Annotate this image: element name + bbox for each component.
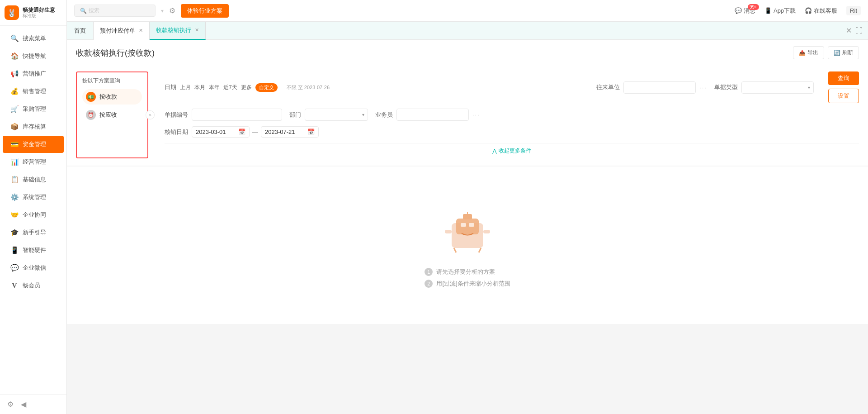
- form-row-1: 日期 上月 本月 本年 近7天 更多 自定义 不限 至 2023-07-26 往…: [165, 71, 859, 103]
- doc-type-dropdown[interactable]: ▾: [741, 81, 814, 94]
- refresh-button[interactable]: 🔄 刷新: [828, 46, 859, 59]
- home-tab-label: 首页: [74, 27, 86, 35]
- svg-line-9: [479, 248, 481, 252]
- staff-label: 业务员: [375, 111, 393, 119]
- svg-rect-7: [483, 230, 490, 233]
- sidebar-item-enterprise-wx[interactable]: 💬 企业微信: [3, 259, 64, 276]
- tab-prepay-close-icon[interactable]: ✕: [139, 28, 143, 33]
- collapse-label: 收起更多条件: [499, 147, 531, 155]
- query-button[interactable]: 查询: [828, 71, 859, 85]
- sidebar-item-finance[interactable]: 💳 资金管理: [3, 136, 64, 153]
- sidebar-item-label: 经营管理: [23, 158, 46, 166]
- sidebar-item-basic-info[interactable]: 📋 基础信息: [3, 171, 64, 188]
- tab-home[interactable]: 首页: [67, 22, 94, 40]
- tip-num-1: 1: [425, 268, 433, 276]
- dept-dropdown[interactable]: ▾: [305, 109, 368, 121]
- verify-date-start-cal-icon[interactable]: 📅: [238, 128, 245, 135]
- filter-option-by-receivable[interactable]: ⏰ 按应收: [82, 107, 142, 123]
- sidebar-item-label: 畅会员: [23, 281, 40, 290]
- sidebar-item-search-menu[interactable]: 🔍 搜索菜单: [3, 30, 64, 47]
- date-shortcut-more[interactable]: 更多: [241, 84, 252, 91]
- collapse-more-conditions[interactable]: ⋀ 收起更多条件: [165, 143, 859, 158]
- online-service-button[interactable]: 🎧 在线客服: [805, 7, 837, 15]
- doc-type-group: 单据类型 ▾: [714, 81, 814, 94]
- export-button[interactable]: 📤 导出: [793, 46, 824, 59]
- verify-date-end-input[interactable]: 2023-07-21: [265, 128, 306, 135]
- sidebar-item-newbie[interactable]: 🎓 新手引导: [3, 224, 64, 241]
- date-shortcut-7days[interactable]: 近7天: [223, 84, 237, 91]
- purchase-icon: 🛒: [10, 105, 19, 113]
- sidebar-item-label: 企业微信: [23, 264, 46, 272]
- search-form: 日期 上月 本月 本年 近7天 更多 自定义 不限 至 2023-07-26 往…: [156, 71, 859, 158]
- header-dropdown-arrow[interactable]: ▾: [161, 8, 164, 14]
- counterpart-dots: ···: [699, 84, 707, 91]
- verify-date-start-wrap: 2023-03-01 📅: [192, 126, 250, 138]
- date-shortcut-custom[interactable]: 自定义: [255, 83, 278, 92]
- counterpart-input[interactable]: [623, 81, 696, 94]
- header-search-bar[interactable]: 🔍 搜索: [74, 5, 156, 17]
- sidebar-item-cooperation[interactable]: 🤝 企业协同: [3, 206, 64, 224]
- staff-group: 业务员 ···: [375, 109, 480, 121]
- sidebar-item-business[interactable]: 📊 经营管理: [3, 153, 64, 171]
- date-shortcut-this-year[interactable]: 本年: [209, 84, 220, 91]
- page-content: 收款核销执行(按收款) 📤 导出 🔄 刷新 按以下方案查询 💵 按收款: [67, 40, 868, 414]
- search-placeholder-text: 搜索: [89, 7, 99, 14]
- collapse-sidebar-icon[interactable]: ◀: [21, 400, 26, 409]
- verify-date-label: 核销日期: [165, 128, 188, 136]
- close-window-icon[interactable]: ✕: [846, 26, 852, 35]
- date-hint: 不限 至 2023-07-26: [287, 84, 330, 91]
- collapse-filter-panel-icon[interactable]: »: [146, 110, 155, 119]
- empty-tip-2: 2 用[过滤]条件来缩小分析范围: [425, 280, 510, 288]
- message-button[interactable]: 💬 消息 99+: [735, 7, 755, 15]
- tip-text-2: 用[过滤]条件来缩小分析范围: [436, 280, 510, 288]
- filter-area: 按以下方案查询 💵 按收款 ⏰ 按应收 » 日期: [67, 64, 868, 166]
- logo-main-text: 畅捷通好生意: [23, 7, 55, 13]
- verify-date-end-cal-icon[interactable]: 📅: [307, 128, 315, 135]
- username-display[interactable]: Rit: [846, 6, 861, 15]
- verify-date-start-input[interactable]: 2023-03-01: [196, 128, 236, 135]
- finance-icon: 💳: [10, 140, 19, 148]
- doc-type-select[interactable]: [741, 81, 814, 94]
- sidebar-item-smart-hw[interactable]: 📱 智能硬件: [3, 242, 64, 259]
- sidebar-item-inventory[interactable]: 📦 库存核算: [3, 118, 64, 135]
- sidebar-item-marketing[interactable]: 📢 营销推广: [3, 65, 64, 82]
- solution-button[interactable]: 体验行业方案: [181, 4, 229, 18]
- svg-rect-4: [463, 214, 472, 219]
- staff-input[interactable]: [396, 109, 469, 121]
- sidebar-item-member[interactable]: V 畅会员: [3, 277, 64, 294]
- top-header: 🔍 搜索 ▾ ⚙ 体验行业方案 💬 消息 99+ 📱 App下载 🎧 在线客服 …: [67, 0, 868, 22]
- tab-receipt-offset[interactable]: 收款核销执行 ✕: [150, 22, 206, 40]
- sidebar-item-system[interactable]: ⚙️ 系统管理: [3, 189, 64, 206]
- page-title: 收款核销执行(按收款): [76, 48, 155, 58]
- date-shortcut-last-month[interactable]: 上月: [180, 84, 191, 91]
- sidebar-item-purchase[interactable]: 🛒 采购管理: [3, 100, 64, 118]
- filter-panel-title: 按以下方案查询: [82, 77, 142, 85]
- app-download-label: App下载: [774, 7, 796, 15]
- date-shortcut-this-month[interactable]: 本月: [194, 84, 205, 91]
- dept-select[interactable]: [305, 109, 368, 121]
- settings-icon[interactable]: ⚙: [7, 400, 14, 409]
- app-download-icon: 📱: [764, 7, 772, 14]
- logo-sub-text: 标准版: [23, 13, 55, 19]
- svg-rect-2: [461, 223, 466, 227]
- service-icon: 🎧: [805, 7, 812, 14]
- filter-option-by-receipt[interactable]: 💵 按收款: [82, 89, 142, 105]
- tab-receipt-label: 收款核销执行: [156, 26, 191, 34]
- basic-info-icon: 📋: [10, 176, 19, 184]
- app-download-button[interactable]: 📱 App下载: [764, 7, 796, 15]
- cooperation-icon: 🤝: [10, 211, 19, 219]
- header-gear-icon[interactable]: ⚙: [169, 6, 175, 15]
- maximize-window-icon[interactable]: ⛶: [855, 27, 863, 35]
- search-menu-icon: 🔍: [10, 34, 19, 43]
- empty-tip-1: 1 请先选择要分析的方案: [425, 268, 510, 276]
- sidebar-item-sales[interactable]: 💰 销售管理: [3, 83, 64, 100]
- tab-prepay-offset[interactable]: 预付冲应付单 ✕: [94, 22, 150, 40]
- tab-receipt-close-icon[interactable]: ✕: [195, 27, 199, 33]
- doc-no-input[interactable]: [192, 109, 282, 121]
- sidebar-item-label: 系统管理: [23, 193, 46, 201]
- empty-state: 1 请先选择要分析的方案 2 用[过滤]条件来缩小分析范围: [67, 167, 868, 324]
- sidebar-item-label: 快捷导航: [23, 52, 46, 60]
- sidebar-item-quick-nav[interactable]: 🏠 快捷导航: [3, 48, 64, 65]
- empty-tips: 1 请先选择要分析的方案 2 用[过滤]条件来缩小分析范围: [425, 268, 510, 288]
- setting-button[interactable]: 设置: [828, 89, 859, 103]
